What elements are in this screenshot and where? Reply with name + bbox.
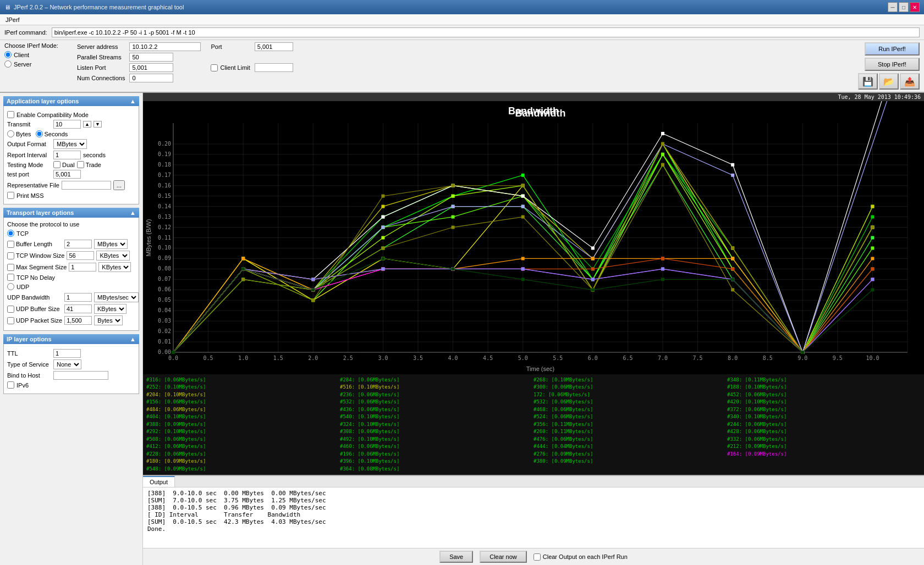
stop-iperf-button[interactable]: Stop IPerf!: [865, 58, 920, 71]
command-row: IPerf command:: [0, 25, 924, 40]
browse-button[interactable]: ...: [113, 180, 125, 190]
output-format-row: Output Format MBytes KBytes Bytes: [7, 139, 135, 149]
spin-up[interactable]: ▲: [83, 121, 91, 128]
legend-item: #236: [0.06MBytes/s]: [340, 391, 534, 399]
ipv6-row: IPv6: [7, 381, 135, 389]
clear-on-run-label[interactable]: Clear Output on each IPerf Run: [534, 553, 628, 561]
legend-item: #164: [0.09MBytes/s]: [727, 451, 921, 458]
ip-layer-header[interactable]: IP layer options ▲: [3, 334, 139, 344]
udp-bandwidth-input[interactable]: [64, 293, 92, 302]
trade-check[interactable]: [77, 161, 84, 168]
server-mode-radio[interactable]: Server: [4, 60, 70, 68]
dual-check-label[interactable]: Dual: [53, 161, 75, 168]
transport-layer-header[interactable]: Transport layer options ▲: [3, 208, 139, 218]
legend-item: #316: [0.06MBytes/s]: [146, 376, 340, 384]
udp-packet-input[interactable]: [64, 316, 92, 325]
legend-col4: #348: [0.11MBytes/s]#188: [0.10MBytes/s]…: [727, 376, 921, 473]
legend-item: #180: [0.09MBytes/s]: [146, 458, 340, 466]
max-segment-input[interactable]: [69, 263, 96, 272]
save-button[interactable]: Save: [439, 551, 473, 563]
close-button[interactable]: ✕: [910, 2, 920, 12]
output-tab[interactable]: Output: [143, 476, 175, 487]
legend-item: #532: [0.06MBytes/s]: [340, 398, 534, 406]
num-connections-label: Num Connections: [77, 75, 125, 81]
bind-host-input[interactable]: [53, 371, 108, 380]
server-address-input[interactable]: [129, 42, 201, 51]
clear-on-run-check[interactable]: [534, 553, 541, 561]
collapse-transport-icon: ▲: [130, 209, 136, 216]
num-connections-input[interactable]: [129, 74, 173, 82]
output-format-select[interactable]: MBytes KBytes Bytes: [53, 139, 87, 149]
test-port-input[interactable]: [53, 170, 81, 179]
buffer-length-input[interactable]: [64, 240, 92, 248]
open-icon-button[interactable]: 📂: [879, 73, 899, 90]
tcp-window-check[interactable]: [7, 252, 14, 259]
udp-buffer-input[interactable]: [64, 304, 92, 313]
port-input[interactable]: [255, 42, 293, 51]
print-mss-check[interactable]: [7, 192, 14, 199]
listen-port-input[interactable]: [129, 63, 173, 72]
unit-radio-group: Bytes Seconds: [7, 130, 135, 137]
legend-item: #420: [0.10MBytes/s]: [727, 398, 921, 406]
settings-bar: Choose IPerf Mode: Client Server Server …: [0, 40, 924, 93]
output-line: Done.: [147, 525, 920, 533]
command-input[interactable]: [52, 27, 920, 37]
title-bar: 🖥 JPerf 2.0.2 – Network performance meas…: [0, 0, 924, 14]
legend-item: #332: [0.06MBytes/s]: [727, 436, 921, 444]
legend-area: #316: [0.06MBytes/s]#252: [0.10MBytes/s]…: [143, 374, 924, 475]
rep-file-label: Representative File: [7, 182, 59, 189]
ip-layer-section: IP layer options ▲ TTL Type of Service N…: [3, 334, 139, 394]
legend-item: #460: [0.06MBytes/s]: [340, 443, 534, 451]
udp-radio-label[interactable]: UDP: [7, 283, 135, 290]
client-limit-input[interactable]: [255, 63, 293, 72]
tcp-window-unit-select[interactable]: KBytes MBytes: [96, 251, 130, 261]
tcp-nodelay-row: TCP No Delay: [7, 274, 135, 281]
ipv6-label: IPv6: [16, 382, 29, 389]
seconds-radio-label[interactable]: Seconds: [36, 130, 68, 137]
client-mode-radio[interactable]: Client: [4, 51, 70, 58]
tos-select[interactable]: None: [53, 359, 81, 369]
report-interval-input[interactable]: [53, 151, 81, 159]
udp-bandwidth-unit-select[interactable]: MBytes/sec KBytes/sec: [94, 292, 139, 302]
udp-packet-unit-select[interactable]: Bytes: [94, 315, 123, 325]
udp-buffer-unit-select[interactable]: KBytes: [94, 304, 127, 314]
menu-item-jperf[interactable]: JPerf: [3, 16, 22, 24]
udp-packet-check[interactable]: [7, 317, 14, 324]
max-segment-check[interactable]: [7, 264, 14, 271]
clear-now-button[interactable]: Clear now: [480, 551, 527, 563]
legend-item: #324: [0.10MBytes/s]: [340, 421, 534, 429]
enable-compatibility-check[interactable]: [7, 111, 14, 118]
tcp-nodelay-label: TCP No Delay: [16, 274, 55, 281]
buffer-length-unit-select[interactable]: MBytes KBytes: [94, 239, 128, 249]
title-bar-controls[interactable]: ─ □ ✕: [888, 2, 920, 12]
tcp-radio-label[interactable]: TCP: [7, 230, 135, 237]
parallel-streams-input[interactable]: [129, 53, 173, 62]
trade-check-label[interactable]: Trade: [77, 161, 101, 168]
transmit-input[interactable]: [53, 120, 81, 129]
bytes-radio-label[interactable]: Bytes: [7, 130, 31, 137]
tos-label: Type of Service: [7, 361, 51, 368]
tcp-nodelay-check[interactable]: [7, 274, 14, 281]
udp-packet-row: UDP Packet Size Bytes: [7, 315, 135, 325]
udp-buffer-check[interactable]: [7, 306, 14, 313]
output-tabs: Output: [143, 476, 924, 488]
save-icon-button[interactable]: 💾: [858, 73, 878, 90]
collapse-ip-icon: ▲: [130, 336, 136, 342]
maximize-button[interactable]: □: [899, 2, 909, 12]
legend-item: #292: [0.10MBytes/s]: [146, 428, 340, 436]
application-layer-header[interactable]: Application layer options ▲: [3, 96, 139, 106]
tcp-window-input[interactable]: [67, 251, 94, 260]
rep-file-input[interactable]: [62, 181, 111, 190]
max-segment-unit-select[interactable]: KBytes: [98, 262, 131, 272]
ipv6-check[interactable]: [7, 381, 14, 389]
dual-check[interactable]: [53, 161, 61, 168]
export-icon-button[interactable]: 📤: [900, 73, 920, 90]
run-iperf-button[interactable]: Run IPerf!: [865, 42, 920, 56]
client-limit-check[interactable]: Client Limit: [211, 64, 250, 71]
spin-down[interactable]: ▼: [94, 121, 102, 128]
server-address-label: Server address: [77, 43, 125, 50]
minimize-button[interactable]: ─: [888, 2, 898, 12]
legend-item: #284: [0.06MBytes/s]: [340, 376, 534, 384]
ttl-input[interactable]: [53, 349, 81, 358]
buffer-length-check[interactable]: [7, 241, 14, 248]
